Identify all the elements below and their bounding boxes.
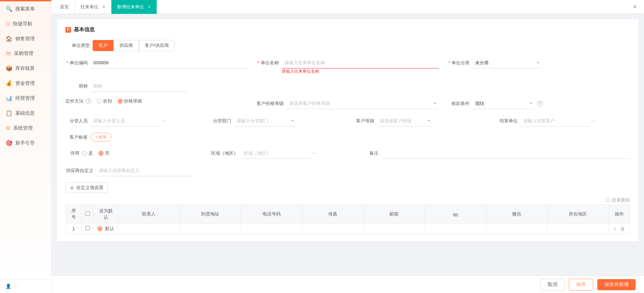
sidebar-item-finance[interactable]: 💰 资金管理 [0,76,51,91]
sidebar-item-quicknav[interactable]: ⊙ 快捷导航 [0,16,51,31]
tab-partners[interactable]: 往来单位 ✕ [75,0,111,14]
code-name-category-row: *单位编码 *单位名称 请输入往来单位名称 [65,57,630,74]
customer-tag-button[interactable]: + 标签 [91,133,111,141]
table-body: 1 默认 [66,223,630,234]
cell-address[interactable] [180,223,241,234]
close-all-button[interactable]: ✕ [628,3,641,10]
tab-new-partner[interactable]: 新增往来单位 ✕ [111,0,157,14]
save-button[interactable]: 保存 [569,279,593,291]
manager-row: 分管人员 ··· 分管部门 请输入分管部门 ▾ 客户等级 请选择客户等级 [65,115,630,127]
sidebar-item-inventory[interactable]: 📦 库存核算 [0,61,51,76]
customer-tag-label: 客户标签 [65,134,88,140]
pricing-radio-group: 折扣 价格等级 [97,98,142,104]
unit-category-select[interactable]: 未分类 ▾ [472,57,542,68]
settlement-input[interactable] [520,115,590,127]
batch-delete-label[interactable]: 批量删除 [612,197,630,203]
row-checkbox[interactable] [85,226,90,230]
customer-level-select[interactable]: 请选择客户等级 ▾ [377,115,433,127]
table-row: 1 默认 [66,223,630,234]
pricing-radio-level[interactable]: 价格等级 [118,98,142,104]
add-row-icon[interactable]: + [614,226,616,231]
tab-partners-close[interactable]: ✕ [102,5,105,9]
required-star2: * [258,60,259,65]
payment-terms-select[interactable]: 现结 ▾ [472,98,535,109]
address-input[interactable] [183,226,237,231]
cell-region[interactable] [547,223,608,234]
unit-name-input[interactable] [282,57,439,68]
select-all-checkbox[interactable] [85,211,90,216]
email-input[interactable] [367,226,421,231]
sidebar-item-sales[interactable]: 🏠 销售管理 [0,31,51,46]
wechat-input[interactable] [490,226,544,231]
cell-fax[interactable] [302,223,363,234]
phone-input[interactable] [245,226,299,231]
tab-home[interactable]: 首页 [54,0,75,14]
qq-input[interactable] [429,226,482,231]
payment-terms-wrap: 收款条件 现结 ▾ ? [447,98,630,109]
remark-wrap: 备注 [356,148,630,159]
type-btn-both[interactable]: 客户/供应商 [139,40,175,51]
region-cell-input[interactable] [551,226,605,231]
pricing-help-icon[interactable]: ? [86,98,91,104]
tab-partners-label: 往来单位 [80,4,99,10]
customer-level-label: 客户等级 [352,118,374,124]
sidebar-bottom-label: ··· [14,284,18,289]
tab-new-partner-close[interactable]: ✕ [148,5,151,9]
sidebar-item-search[interactable]: 🔍 搜索菜单 [0,1,51,16]
default-label: 默认 [105,226,114,232]
disabled-yes[interactable]: 是 [82,150,93,156]
manager-input[interactable] [91,115,160,127]
gear-settings-icon: ⚙ [70,185,74,190]
manager-more-icon[interactable]: ··· [160,118,167,124]
unit-code-field-wrap: *单位编码 [65,57,248,68]
customer-price-level-placeholder: 请选择客户价格等级 [289,100,434,107]
region-label: 区域（地区） [211,150,238,156]
sidebar-item-operations[interactable]: 📊 经营管理 [0,91,51,106]
delete-row-icon[interactable]: 🗑 [620,226,625,231]
contact-input[interactable] [122,226,176,231]
customer-level-wrap: 客户等级 请选择客户等级 ▾ [352,115,487,127]
short-name-input[interactable] [91,81,188,92]
default-radio[interactable]: 默认 [97,226,115,232]
region-input[interactable] [241,148,311,159]
payment-help-icon[interactable]: ? [537,101,543,106]
department-select[interactable]: 请输入分管部门 ▾ [234,115,297,127]
disabled-no[interactable]: 否 [99,150,109,156]
sidebar-item-newbie[interactable]: 🎯 新手引导 [0,136,51,150]
department-placeholder: 请输入分管部门 [237,118,292,124]
remark-input[interactable] [381,148,630,159]
type-btn-supplier[interactable]: 供应商 [113,40,139,51]
supplier-custom-input[interactable] [96,165,194,176]
region-more-icon[interactable]: ··· [311,150,318,156]
cell-wechat[interactable] [486,223,547,234]
cell-phone[interactable] [241,223,302,234]
radio-circle-no [99,151,103,156]
table-header: 序号 设为默认 联系人 到货地址 电话号码 传真 邮箱 qq 微信 所在地区 操… [66,205,630,223]
save-new-button[interactable]: 保存并新增 [597,279,636,290]
cancel-button[interactable]: 取消 [540,279,565,291]
home-icon: 🏠 [6,35,13,42]
cell-email[interactable] [363,223,425,234]
cell-qq[interactable] [425,223,486,234]
short-name-label: 简称 [65,83,88,89]
cell-check[interactable] [81,223,93,234]
pricing-radio-discount[interactable]: 折扣 [97,98,112,104]
sidebar-item-basic[interactable]: 📋 基础信息 [0,106,51,121]
list-icon: 📋 [6,110,13,116]
unit-code-input[interactable] [91,57,248,68]
cell-contact[interactable] [118,223,180,234]
sidebar-bottom[interactable]: 👤 ··· [0,279,51,293]
col-address: 到货地址 [180,205,241,223]
sidebar-item-system[interactable]: ⚙ 系统管理 [0,121,51,136]
main-area: 首页 往来单位 ✕ 新增往来单位 ✕ ✕ P 基本信息 单位类型 客户 供应 [52,0,644,293]
col-seq: 序号 [66,205,82,223]
basic-info-card: P 基本信息 单位类型 客户 供应商 客户/供应商 *单位编码 [57,19,638,241]
sidebar-item-purchase[interactable]: 🛍 采购管理 [0,46,51,61]
fax-input[interactable] [306,226,360,231]
settlement-more-icon[interactable]: ··· [590,118,597,124]
custom-settings-button[interactable]: ⚙ 自定义项设置 [65,182,108,193]
type-btn-customer[interactable]: 客户 [93,40,113,51]
pricing-row: 定价方法 ? 折扣 价格等级 [65,98,630,109]
sidebar-item-label: 搜索菜单 [15,6,35,12]
customer-price-level-select[interactable]: 请选择客户价格等级 ▾ [286,98,439,109]
